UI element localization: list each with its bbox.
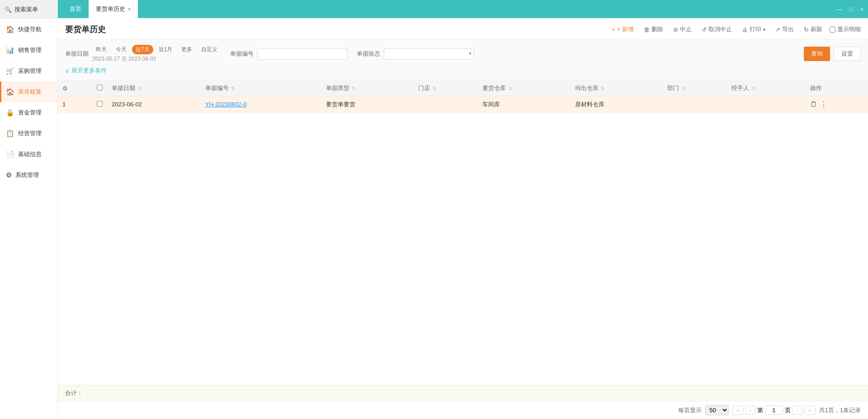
system-icon: ⚙ <box>6 171 12 179</box>
purchase-icon: 🛒 <box>6 67 14 75</box>
row-doc-type: 要货单要货 <box>321 96 414 113</box>
sort-reqwh-icon[interactable]: ⇅ <box>509 86 512 91</box>
col-doc-no: 单据编号 ⇅ <box>201 81 321 96</box>
maximize-button[interactable]: □ <box>849 6 853 13</box>
filter-area: 单据日期 昨天 今天 近7天 近1月 更多 自定义 2023-05-27 至 2… <box>58 39 868 81</box>
filter-action-btns: 查询 设置 <box>804 47 861 61</box>
sidebar-item-system[interactable]: ⚙ 系统管理 <box>0 165 57 186</box>
display-detail-label: 显示明细 <box>837 25 861 33</box>
next-page-button[interactable]: › <box>793 406 802 415</box>
display-detail-button[interactable]: 显示明细 <box>830 25 861 33</box>
export-button[interactable]: ↗ 导出 <box>773 24 797 35</box>
doc-no-label: 单据编号 <box>230 50 254 58</box>
sort-doctype-icon[interactable]: ⇅ <box>352 86 355 91</box>
export-icon: ↗ <box>775 26 780 33</box>
date-range-display: 2023-05-27 至 2023-06-02 <box>92 55 221 63</box>
cancel-suspend-label: 取消中止 <box>708 25 732 33</box>
date-btn-yesterday[interactable]: 昨天 <box>92 45 110 54</box>
row-more-icon[interactable]: ⋮ <box>820 100 827 109</box>
sidebar-search[interactable]: 🔍 搜索菜单 <box>0 0 57 19</box>
sidebar-item-label: 系统管理 <box>15 171 39 179</box>
table-row: 1 2023-06-02 YH-20230602-0 要货单要货 车间库 原材料… <box>58 96 868 113</box>
col-pending-warehouse: 待出仓库 ⇅ <box>571 81 663 96</box>
query-button[interactable]: 查询 <box>804 47 830 61</box>
tab-requisition-history[interactable]: 要货单历史 × <box>89 0 138 18</box>
page-number-input[interactable] <box>765 405 783 415</box>
sidebar-item-label: 销售管理 <box>18 46 42 54</box>
col-settings: ⚙ <box>58 81 92 96</box>
date-btn-today[interactable]: 今天 <box>112 45 130 54</box>
suspend-button[interactable]: ⊘ 中止 <box>670 24 694 35</box>
sort-docno-icon[interactable]: ⇅ <box>231 86 235 91</box>
row-doc-no[interactable]: YH-20230602-0 <box>201 96 321 113</box>
sort-dept-icon[interactable]: ⇅ <box>682 86 685 91</box>
expand-more-button[interactable]: ∨ 展开更多条件 <box>65 67 861 75</box>
topbar: 首页 要货单历史 × — □ × <box>58 0 868 18</box>
display-detail-checkbox[interactable] <box>830 27 835 33</box>
last-page-button[interactable]: » <box>804 406 816 415</box>
row-store <box>414 96 478 113</box>
table-wrap: ⚙ 单据日期 ⇅ 单据编号 ⇅ <box>58 81 868 385</box>
sidebar-item-sales[interactable]: 📊 销售管理 <box>0 40 57 61</box>
row-department <box>663 96 727 113</box>
search-icon: 🔍 <box>5 6 12 13</box>
print-button[interactable]: 🖨 打印 ▾ <box>739 24 768 35</box>
row-checkbox-cell <box>92 96 107 113</box>
close-window-button[interactable]: × <box>860 6 863 13</box>
select-all-checkbox[interactable] <box>97 85 103 90</box>
date-btn-last7days[interactable]: 近7天 <box>132 45 153 54</box>
sidebar-item-label: 采购管理 <box>18 67 42 75</box>
add-button[interactable]: + + 新增 <box>609 24 637 35</box>
sidebar-item-basic-info[interactable]: 📄 基础信息 <box>0 144 57 165</box>
sidebar-item-inventory[interactable]: 🏠 库存核算 <box>0 81 57 102</box>
row-actions-cell: 🗒 ⋮ <box>806 96 868 113</box>
date-btn-more[interactable]: 更多 <box>178 45 196 54</box>
sidebar-item-label: 资金管理 <box>18 109 42 117</box>
table-header-row: ⚙ 单据日期 ⇅ 单据编号 ⇅ <box>58 81 868 96</box>
sort-date-icon[interactable]: ⇅ <box>138 86 142 91</box>
finance-icon: 🔒 <box>6 109 14 117</box>
date-btns-row: 昨天 今天 近7天 近1月 更多 自定义 <box>92 45 221 54</box>
sidebar-search-label: 搜索菜单 <box>14 5 38 14</box>
sort-pendwh-icon[interactable]: ⇅ <box>601 86 604 91</box>
cancel-suspend-button[interactable]: ↺ 取消中止 <box>699 24 735 35</box>
row-checkbox[interactable] <box>97 101 103 107</box>
filter-row: 单据日期 昨天 今天 近7天 近1月 更多 自定义 2023-05-27 至 2… <box>65 45 861 63</box>
inventory-icon: 🏠 <box>6 88 14 96</box>
date-btn-custom[interactable]: 自定义 <box>198 45 221 54</box>
sidebar-item-quick-nav[interactable]: 🏠 快捷导航 <box>0 19 57 40</box>
chevron-down-icon: ∨ <box>65 67 70 74</box>
tab-home[interactable]: 首页 <box>62 0 89 18</box>
sort-handler-icon[interactable]: ⇅ <box>752 86 755 91</box>
page-content: 要货单历史 + + 新增 🗑 删除 ⊘ 中止 ↺ 取消中止 <box>58 18 868 419</box>
delete-button[interactable]: 🗑 删除 <box>641 24 666 35</box>
row-handler <box>727 96 805 113</box>
doc-no-filter-group: 单据编号 <box>230 48 348 60</box>
footer-total-label: 合计： <box>65 390 83 396</box>
cancel-suspend-icon: ↺ <box>702 26 707 33</box>
sidebar-item-label: 经营管理 <box>18 129 42 138</box>
sidebar-item-operations[interactable]: 📋 经营管理 <box>0 123 57 144</box>
doc-no-input[interactable] <box>257 48 348 60</box>
date-btn-last1month[interactable]: 近1月 <box>155 45 176 54</box>
minimize-button[interactable]: — <box>836 6 842 13</box>
sidebar-item-label: 快捷导航 <box>18 25 42 33</box>
first-page-button[interactable]: « <box>732 406 744 415</box>
status-select[interactable] <box>384 48 474 60</box>
doc-no-link[interactable]: YH-20230602-0 <box>205 101 247 108</box>
prev-page-button[interactable]: ‹ <box>745 406 755 415</box>
sidebar-item-finance[interactable]: 🔒 资金管理 <box>0 102 57 123</box>
row-edit-icon[interactable]: 🗒 <box>810 100 817 109</box>
col-date: 单据日期 ⇅ <box>107 81 200 96</box>
page-size-label: 每页显示 <box>678 406 702 414</box>
refresh-button[interactable]: ↻ 刷新 <box>801 24 825 35</box>
page-actions: + + 新增 🗑 删除 ⊘ 中止 ↺ 取消中止 🖨 打印 <box>609 24 861 35</box>
status-select-wrap <box>384 48 474 60</box>
sort-store-icon[interactable]: ⇅ <box>433 86 436 91</box>
tab-close-icon[interactable]: × <box>128 6 131 12</box>
data-table: ⚙ 单据日期 ⇅ 单据编号 ⇅ <box>58 81 868 113</box>
sidebar-item-purchase[interactable]: 🛒 采购管理 <box>0 61 57 81</box>
settings-button[interactable]: 设置 <box>834 47 861 61</box>
page-size-select[interactable]: 50 100 200 <box>705 405 729 415</box>
settings-icon[interactable]: ⚙ <box>62 85 68 92</box>
